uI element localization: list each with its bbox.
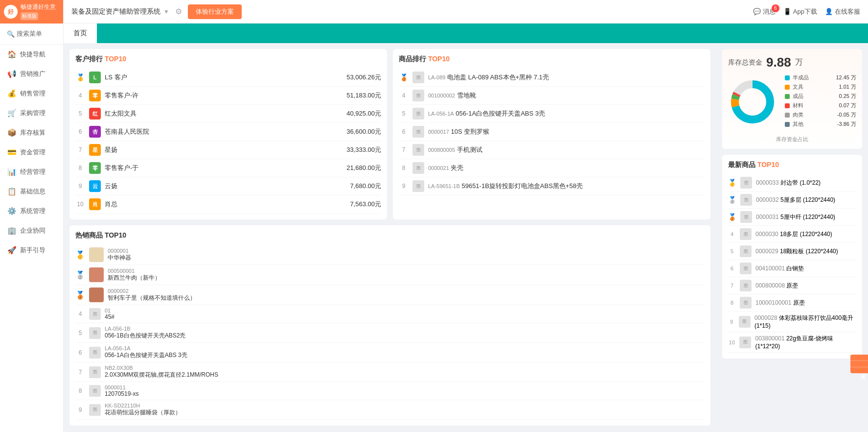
product-name: 001000002 雪地靴 [428, 91, 705, 100]
product-img: 图 [740, 211, 752, 223]
main-area: 装备及固定资产辅助管理系统 ▼ ⚙ 体验行业方案 💬 消息 6 📱 App下载 … [64, 0, 868, 432]
sidebar-item-label: 销售管理 [20, 89, 46, 98]
product-img: 图 [412, 90, 424, 101]
product-code: 0000002 [108, 288, 705, 294]
sidebar-item-inventory[interactable]: 📦 库存核算 [0, 123, 63, 143]
rank-number: 7 [75, 146, 85, 153]
product-code: NB2.0X30B [105, 365, 705, 371]
sidebar: 好 畅捷通好生意 标准版 🔍 搜索菜单 🏠 快捷导航 📢 营销推广 💰 销售管理… [0, 0, 64, 432]
sidebar-item-label: 库存核算 [20, 128, 46, 137]
operations-icon: 📊 [7, 168, 16, 176]
float-service: 客服热线 服务社区 直播 [850, 355, 868, 373]
legend-dot [785, 85, 790, 90]
rank-number: 5 [399, 110, 409, 117]
sidebar-item-purchase[interactable]: 🛒 采购管理 [0, 103, 63, 123]
sidebar-item-basics[interactable]: 📋 基础信息 [0, 182, 63, 201]
product-name: LA-056-1A 056-1A白色按键开关盖ABS 3壳 [428, 109, 705, 118]
online-service-button[interactable]: 👤 在线客服 [825, 7, 860, 16]
rank-number: 6 [75, 128, 85, 135]
customer-name: 肖总 [105, 200, 346, 209]
message-button[interactable]: 💬 消息 6 [753, 7, 776, 16]
float-service-live[interactable]: 直播 [850, 367, 868, 373]
product-code: 000500001 [108, 268, 705, 274]
table-row: 10 肖 肖总 7,563.00元 [75, 195, 381, 214]
new-products-subtitle: TOP10 [757, 161, 779, 168]
message-icon: 💬 [753, 8, 761, 15]
product-img: 图 [740, 228, 752, 240]
product-img: 图 [412, 108, 424, 120]
product-info: 000500001 新西兰牛肉（新牛） [108, 268, 705, 282]
legend-value: 0.07 万 [839, 102, 856, 109]
list-item: 9 图 KK-SD22110H 花语萌恒温分腿睡袋（厚款） [75, 400, 705, 420]
product-image: 图 [89, 308, 101, 320]
legend-name: 文具 [793, 83, 836, 91]
legend-dot [785, 122, 790, 127]
rank-number: 6 [399, 128, 409, 135]
inventory-panel: 库存总资金 9.88 万 [722, 49, 862, 149]
customer-name: 苍南县人民医院 [105, 127, 343, 136]
sidebar-item-enterprise[interactable]: 🏢 企业协同 [0, 221, 63, 240]
product-image [89, 267, 104, 282]
product-img: 图 [740, 280, 752, 291]
marketing-icon: 📢 [7, 70, 16, 78]
sidebar-search[interactable]: 🔍 搜索菜单 [0, 24, 63, 45]
list-item: 🥇 图 0000033 封边带 (1.0*22) [728, 174, 856, 192]
medal-icon: 🥉 [75, 290, 85, 300]
product-name: 45# [105, 313, 705, 320]
list-item: 4 图 0000030 18多层 (1220*2440) [728, 226, 856, 243]
sidebar-item-marketing[interactable]: 📢 营销推广 [0, 64, 63, 84]
top-panels-row: 客户排行 TOP10 🥇 L LS 客户 53,006.26元 4 [69, 49, 710, 219]
app-download-button[interactable]: 📱 App下载 [783, 7, 817, 16]
float-service-hotline[interactable]: 客服热线 [850, 355, 868, 360]
legend-value: 1.01 万 [839, 83, 856, 91]
sidebar-item-label: 新手引导 [20, 246, 46, 255]
list-item: 4 图 01 45# [75, 305, 705, 323]
table-row: 7 星 星扬 33,333.00元 [75, 141, 381, 159]
avatar: 星 [89, 144, 101, 156]
product-code: LA-056-1A [105, 345, 705, 351]
system-selector[interactable]: 装备及固定资产辅助管理系统 ▼ [71, 7, 169, 16]
legend-name: 半成品 [793, 74, 833, 81]
float-service-community[interactable]: 服务社区 [850, 360, 868, 367]
search-menu-button[interactable]: 🔍 搜索菜单 [4, 27, 59, 40]
sidebar-item-guide[interactable]: 🚀 新手引导 [0, 240, 63, 260]
donut-chart [728, 77, 777, 126]
online-service-label: 在线客服 [835, 7, 860, 16]
product-code: KK-SD22110H [105, 403, 705, 408]
product-code: 0000001 [108, 248, 705, 254]
product-info: 10000100001 原垄 [755, 299, 805, 307]
customer-ranking-table: 🥇 L LS 客户 53,006.26元 4 零 零售客户-许 51,183.0… [75, 69, 381, 214]
sidebar-item-label: 基础信息 [20, 187, 46, 196]
trial-button[interactable]: 体验行业方案 [188, 4, 242, 19]
product-info: NB2.0X30B 2.0X30MM双摆花轴,摆花直径2.1MM/ROHS [105, 365, 705, 379]
rank-number: 8 [728, 300, 736, 306]
rank-number: 4 [399, 92, 409, 99]
sidebar-item-quicknav[interactable]: 🏠 快捷导航 [0, 45, 63, 64]
medal-icon: 🥉 [399, 73, 409, 81]
table-row: 8 零 零售客户-于 21,680.00元 [75, 159, 381, 177]
product-info: 0000029 18颗粒板 (1220*2440) [755, 247, 838, 256]
product-name: 000800005 手机测试 [428, 145, 705, 154]
product-code: 0000011 [105, 384, 705, 390]
new-products-title: 最新商品 TOP10 [728, 161, 856, 169]
product-name: 中华神器 [108, 254, 705, 262]
sidebar-item-finance[interactable]: 💳 资金管理 [0, 143, 63, 162]
product-name: 0000017 10S 变刑罗猴 [428, 127, 705, 136]
product-name: 12070519-xs [105, 390, 705, 397]
legend-item: 肉类 -0.05 万 [785, 111, 856, 119]
sidebar-item-system[interactable]: ⚙️ 系统管理 [0, 201, 63, 221]
sidebar-item-operations[interactable]: 📊 经营管理 [0, 162, 63, 182]
inventory-icon: 📦 [7, 128, 16, 137]
right-panel: 库存总资金 9.88 万 [716, 43, 868, 432]
product-info: 0000001 中华神器 [108, 248, 705, 262]
list-item: 7 图 000800008 原垄 [728, 277, 856, 294]
enterprise-icon: 🏢 [7, 226, 16, 235]
hot-selling-panel: 热销商品 TOP10 🥇 0000001 中华神器 🥈 [69, 225, 710, 426]
gear-icon[interactable]: ⚙ [175, 7, 182, 16]
legend-dot [785, 113, 790, 118]
product-info: 0000032 5厘多层 (1220*2440) [756, 196, 835, 204]
tab-home[interactable]: 首页 [64, 24, 97, 43]
new-products-panel: 最新商品 TOP10 🥇 图 0000033 封边带 (1.0*22) 🥈 图 … [722, 155, 862, 359]
table-row: 8 图 0000021 夹壳 [399, 159, 705, 177]
sidebar-item-sales[interactable]: 💰 销售管理 [0, 84, 63, 103]
